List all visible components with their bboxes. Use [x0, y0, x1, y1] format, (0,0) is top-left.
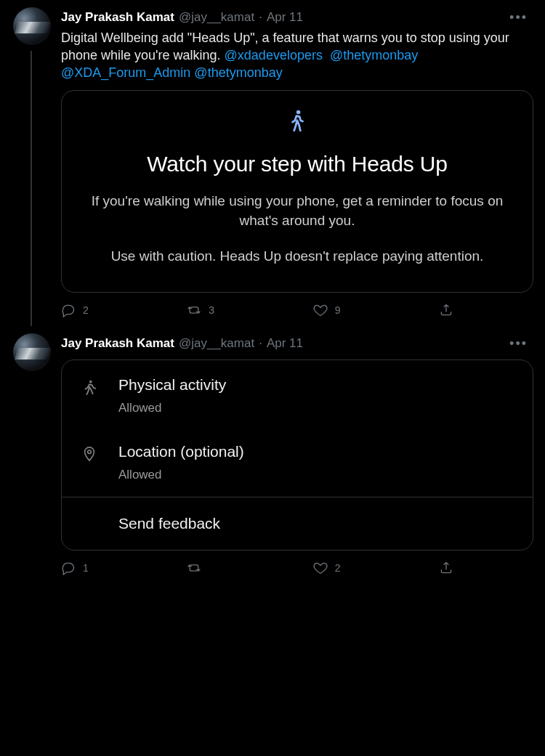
handle[interactable]: @jay__kamat: [179, 336, 254, 351]
heart-icon: [313, 303, 328, 317]
retweet-button[interactable]: 3: [187, 303, 312, 317]
like-count: 9: [335, 304, 341, 316]
retweet-button[interactable]: [187, 561, 312, 575]
avatar-column: [12, 7, 52, 323]
avatar[interactable]: [13, 333, 51, 371]
permission-status: Allowed: [118, 401, 515, 415]
more-icon[interactable]: •••: [504, 7, 533, 28]
tweet-actions: 2 3 9: [61, 300, 468, 323]
mention-link[interactable]: @thetymonbay: [330, 48, 418, 62]
tweet-date[interactable]: Apr 11: [267, 336, 303, 351]
card-title: Watch your step with Heads Up: [84, 152, 511, 176]
retweet-icon: [187, 303, 201, 317]
share-icon: [439, 561, 453, 575]
mention-link[interactable]: @thetymonbay: [194, 65, 282, 80]
tweet-text: Digital Wellbeing add "Heads Up", a feat…: [61, 29, 533, 81]
reply-button[interactable]: 1: [61, 561, 187, 575]
reply-count: 2: [83, 304, 89, 316]
embedded-card[interactable]: Physical activity Allowed Location (opti…: [61, 359, 533, 550]
share-button[interactable]: [439, 561, 468, 575]
running-person-icon: [79, 376, 100, 395]
avatar[interactable]: [13, 7, 51, 45]
card-paragraph: If you're walking while using your phone…: [84, 191, 511, 230]
avatar-column: [12, 333, 52, 581]
tweet: Jay Prakash Kamat @jay__kamat · Apr 11 •…: [0, 326, 545, 584]
retweet-icon: [187, 561, 201, 575]
walking-person-icon: [288, 110, 307, 134]
retweet-count: 3: [209, 304, 214, 316]
svg-point-1: [89, 381, 92, 383]
reply-icon: [61, 303, 76, 317]
embedded-card[interactable]: Watch your step with Heads Up If you're …: [61, 90, 533, 293]
permission-title: Location (optional): [118, 443, 515, 460]
mention-link[interactable]: @XDA_Forum_Admin: [61, 65, 190, 80]
permission-title: Physical activity: [118, 376, 515, 394]
permission-row[interactable]: Physical activity Allowed: [62, 360, 533, 430]
tweet: Jay Prakash Kamat @jay__kamat · Apr 11 •…: [0, 0, 545, 326]
like-count: 2: [335, 562, 341, 574]
like-button[interactable]: 2: [313, 561, 439, 575]
handle[interactable]: @jay__kamat: [179, 10, 254, 25]
like-button[interactable]: 9: [313, 303, 439, 317]
display-name[interactable]: Jay Prakash Kamat: [61, 10, 174, 25]
card-paragraph: Use with caution. Heads Up doesn't repla…: [84, 246, 511, 266]
thread-line: [31, 51, 32, 326]
display-name[interactable]: Jay Prakash Kamat: [61, 336, 174, 351]
tweet-date[interactable]: Apr 11: [267, 10, 303, 25]
tweet-header: Jay Prakash Kamat @jay__kamat · Apr 11 •…: [61, 7, 533, 28]
location-pin-icon: [79, 443, 100, 462]
permission-row[interactable]: Location (optional) Allowed: [62, 430, 533, 497]
dot-separator: ·: [259, 336, 262, 351]
dot-separator: ·: [259, 10, 262, 25]
share-icon: [439, 303, 453, 317]
svg-point-2: [88, 450, 92, 454]
share-button[interactable]: [439, 303, 468, 317]
reply-icon: [61, 561, 76, 575]
send-feedback-row[interactable]: Send feedback: [62, 497, 533, 550]
tweet-header: Jay Prakash Kamat @jay__kamat · Apr 11 •…: [61, 333, 533, 354]
reply-button[interactable]: 2: [61, 303, 187, 317]
permission-status: Allowed: [118, 468, 515, 482]
tweet-actions: 1 2: [61, 558, 468, 581]
more-icon[interactable]: •••: [504, 333, 533, 354]
reply-count: 1: [83, 562, 89, 574]
mention-link[interactable]: @xdadevelopers: [225, 48, 323, 62]
svg-point-0: [296, 110, 301, 115]
heart-icon: [313, 561, 328, 575]
